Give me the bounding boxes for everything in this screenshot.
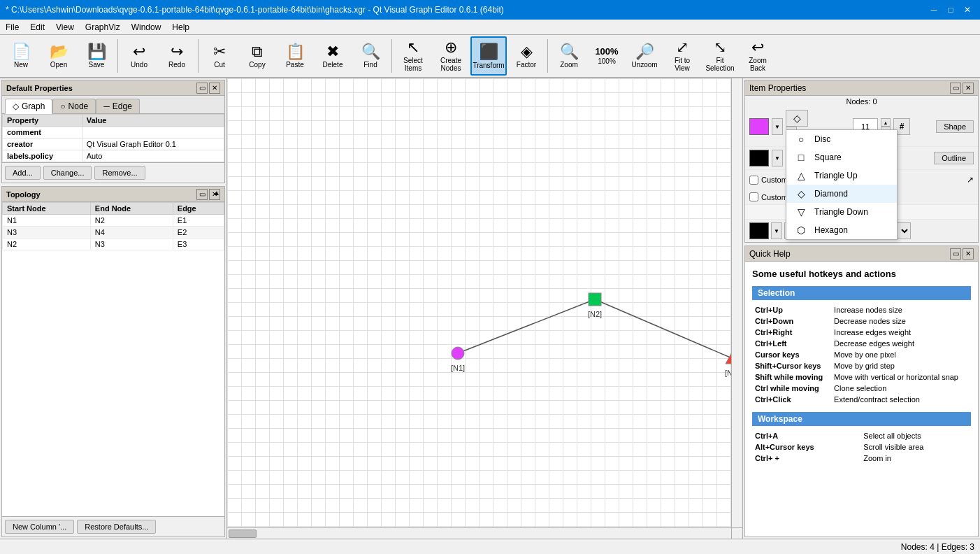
window-title: * C:\Users\Ashwin\Downloads\qvge-0.6.1-p…	[6, 5, 504, 15]
close-button[interactable]: ✕	[960, 3, 974, 17]
factor-button[interactable]: ◈ Factor	[508, 36, 545, 76]
copy-button[interactable]: ⧉ Copy	[239, 36, 275, 76]
shape-shape-button[interactable]: Shape	[936, 120, 974, 133]
transform-button[interactable]: ⬛ Transform	[470, 36, 507, 76]
fill-color-arrow[interactable]: ▼	[772, 118, 783, 135]
shape-square[interactable]: □ Square	[786, 148, 897, 166]
close-quick-help-button[interactable]: ✕	[963, 248, 974, 260]
menu-file[interactable]: File	[0, 20, 24, 34]
menu-view[interactable]: View	[50, 20, 80, 34]
canvas-area[interactable]: [N1] [N2] [N3] [N4]	[227, 78, 742, 539]
fill-color-swatch[interactable]	[749, 118, 769, 135]
fit-selection-button[interactable]: ⤡ Fit Selection	[702, 36, 738, 76]
outline-button[interactable]: Outline	[934, 152, 974, 164]
unzoom-button[interactable]: 🔎 Unzoom	[626, 36, 663, 76]
zoom-button[interactable]: 🔍 Zoom	[551, 36, 587, 76]
select-items-icon: ↖	[407, 40, 419, 55]
fit-to-view-icon: ⤢	[676, 40, 689, 55]
menu-window[interactable]: Window	[126, 20, 167, 34]
horizontal-scrollbar-thumb[interactable]	[229, 530, 257, 538]
shape-button[interactable]: ◇	[786, 110, 808, 127]
horizontal-scrollbar[interactable]	[227, 527, 731, 539]
tab-edge[interactable]: ─ Edge	[96, 99, 140, 113]
restore-button[interactable]: ▭	[196, 83, 208, 94]
outline-color-arrow[interactable]: ▼	[772, 150, 783, 166]
open-button[interactable]: 📂 Open	[41, 36, 77, 76]
tab-node[interactable]: ○ Node	[52, 99, 96, 113]
topo-header-start: Start Node	[3, 203, 91, 215]
restore-topo-button[interactable]: ▭	[196, 189, 208, 200]
quick-help-panel: Quick Help ▭ ✕ Some useful hotkeys and a…	[744, 246, 979, 537]
graph-node[interactable]: [N2]	[588, 292, 602, 318]
redo-button[interactable]: ↪ Redo	[159, 36, 195, 76]
topo-expand-icon[interactable]: ▲	[213, 189, 220, 197]
menu-graphviz[interactable]: GraphViz	[80, 20, 126, 34]
select-items-button[interactable]: ↖ Select Items	[395, 36, 431, 76]
zoom100-button[interactable]: 100% 100%	[589, 36, 625, 76]
menu-edit[interactable]: Edit	[24, 20, 50, 34]
save-button[interactable]: 💾 Save	[78, 36, 115, 76]
find-button[interactable]: 🔍 Find	[352, 36, 389, 76]
topo-start: N2	[3, 239, 91, 250]
custom-attrs-checkbox[interactable]	[749, 192, 758, 201]
label-color-arrow[interactable]: ▼	[771, 222, 782, 239]
quick-help-section: WorkspaceCtrl+ASelect all objectsAlt+Cur…	[752, 412, 971, 464]
topo-end: N3	[90, 239, 173, 250]
fit-to-view-button[interactable]: ⤢ Fit to View	[664, 36, 700, 76]
graph-edge[interactable]	[458, 299, 595, 353]
tab-graph[interactable]: ◇ Graph	[5, 99, 52, 114]
size-up-button[interactable]: ▲	[881, 118, 891, 127]
topo-edge: E2	[173, 227, 224, 239]
graph-edge[interactable]	[595, 299, 732, 358]
graph-node[interactable]: [N1]	[451, 346, 465, 372]
restore-quick-help-button[interactable]: ▭	[950, 248, 961, 260]
qh-action: Increase nodes size	[831, 304, 971, 315]
new-button[interactable]: 📄 New	[3, 36, 39, 76]
shape-triangle-up[interactable]: △ Triangle Up	[786, 166, 897, 185]
canvas-grid[interactable]: [N1] [N2] [N3] [N4]	[227, 78, 742, 539]
nodes-count: Nodes: 0	[745, 96, 978, 107]
status-bar: Nodes: 4 | Edges: 3	[0, 539, 980, 554]
new-column-button[interactable]: New Column '...	[5, 520, 74, 534]
close-panel-button[interactable]: ✕	[209, 83, 220, 94]
shape-triangle-down[interactable]: ▽ Triangle Down	[786, 203, 897, 221]
label-color-swatch[interactable]	[749, 222, 769, 239]
add-button[interactable]: Add...	[5, 166, 41, 180]
prop-value[interactable]: Auto	[82, 150, 224, 162]
shape-disc[interactable]: ○ Disc	[786, 130, 897, 148]
remove-button[interactable]: Remove...	[94, 166, 145, 180]
fit-selection-icon: ⤡	[714, 40, 726, 55]
outline-color-swatch[interactable]	[749, 150, 769, 166]
change-button[interactable]: Change...	[43, 166, 92, 180]
vertical-scrollbar[interactable]	[731, 78, 742, 527]
delete-button[interactable]: ✖ Delete	[315, 36, 351, 76]
shape-dropdown[interactable]: ○ Disc □ Square △ Triangle Up ◇	[786, 129, 898, 240]
undo-button[interactable]: ↩ Undo	[121, 36, 157, 76]
qh-key: Ctrl+ +	[752, 453, 860, 464]
restore-item-props-button[interactable]: ▭	[950, 83, 961, 94]
prop-key: comment	[3, 127, 82, 138]
create-nodes-button[interactable]: ⊕ Create Nodes	[433, 36, 469, 76]
zoom-back-label: Zoom Back	[742, 57, 774, 72]
paste-button[interactable]: 📋 Paste	[277, 36, 313, 76]
close-item-props-button[interactable]: ✕	[963, 83, 974, 94]
tab-graph-label: Graph	[22, 101, 45, 111]
svg-rect-1	[589, 293, 601, 306]
maximize-button[interactable]: □	[944, 3, 958, 17]
zoom-back-button[interactable]: ↩ Zoom Back	[740, 36, 776, 76]
menu-help[interactable]: Help	[166, 20, 195, 34]
prop-value[interactable]: Qt Visual Graph Editor 0.1	[82, 138, 224, 150]
custom-checkbox[interactable]	[749, 176, 758, 185]
cut-button[interactable]: ✂ Cut	[201, 36, 238, 76]
shape-hexagon-label: Hexagon	[814, 225, 848, 235]
restore-defaults-button[interactable]: Restore Defaults...	[77, 520, 156, 534]
prop-value[interactable]	[82, 127, 224, 138]
shape-hexagon[interactable]: ⬡ Hexagon	[786, 221, 897, 239]
topo-edge: E3	[173, 239, 224, 250]
custom-arrow-right[interactable]: ↗	[967, 175, 974, 185]
minimize-button[interactable]: ─	[927, 3, 941, 17]
shape-diamond[interactable]: ◇ Diamond	[786, 185, 897, 203]
quick-help-header: Quick Help ▭ ✕	[745, 246, 978, 262]
qh-action: Move by grid step	[831, 360, 971, 371]
cut-icon: ✂	[213, 44, 226, 59]
